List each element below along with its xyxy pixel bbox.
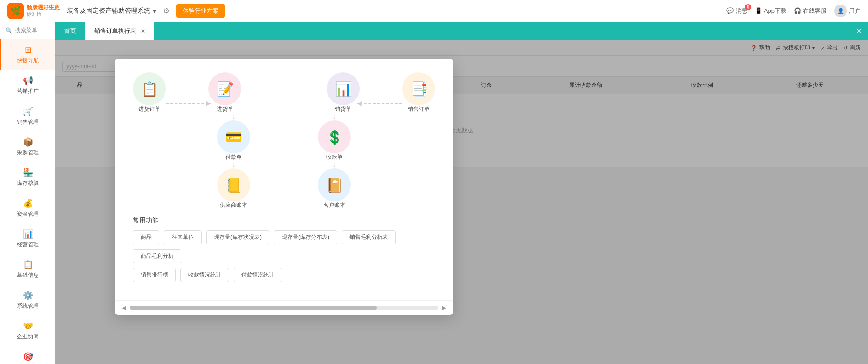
sidebar: 🔍 搜索菜单 ⊞ 快捷导航 📢 营销推广 🛒 销售管理 📦 采购管理 🏪 库存核… xyxy=(0,22,55,364)
sidebar-label-sales: 销售管理 xyxy=(17,118,39,126)
payment-out-circle: 💳 xyxy=(217,120,250,153)
sales-bill-label: 销货单 xyxy=(335,105,351,113)
scroll-right-arrow[interactable]: ▶ xyxy=(442,304,446,311)
btn-stock-distribution[interactable]: 现存量(库存分布表) xyxy=(274,230,337,244)
sidebar-item-newbie[interactable]: 🎯 新手引导 xyxy=(0,346,55,364)
logo-text: 畅康通好生意 标准版 xyxy=(27,4,60,18)
sidebar-search-label: 搜索菜单 xyxy=(15,27,37,34)
flow-node-purchase-bill: 📝 进货单 xyxy=(208,72,241,113)
btn-payment-stats[interactable]: 付款情况统计 xyxy=(234,268,282,282)
user-label: 用户 xyxy=(849,7,861,15)
payment-out-label: 付款单 xyxy=(225,153,242,161)
purchase-order-label: 进货订单 xyxy=(138,105,160,113)
customer-ledger-label: 客户账本 xyxy=(323,201,345,209)
common-functions-title: 常用功能 xyxy=(133,217,435,225)
search-icon: 🔍 xyxy=(5,27,12,34)
modal: 📋 进货订单 ▶ xyxy=(115,59,453,315)
receipt-label: 收款单 xyxy=(326,153,343,161)
modal-content: 📋 进货订单 ▶ xyxy=(115,59,453,300)
sidebar-label-operations: 经营管理 xyxy=(17,241,39,249)
btn-stock-status[interactable]: 现存量(库存状况表) xyxy=(206,230,269,244)
content-area: ❓ 帮助 🖨 按模板打印 ▾ ↗ 导出 ↺ 刷新 xyxy=(55,40,868,364)
tab-bar: 首页 销售订单执行表 ✕ ✕ xyxy=(55,22,868,40)
btn-partners[interactable]: 往来单位 xyxy=(164,230,202,244)
flow-node-purchase-order: 📋 进货订单 xyxy=(133,72,166,113)
tab-sales-order[interactable]: 销售订单执行表 ✕ xyxy=(85,22,154,40)
sidebar-label-quick: 快捷导航 xyxy=(17,57,39,65)
btn-sales-rank[interactable]: 销售排行榜 xyxy=(133,268,176,282)
sales-icon: 🛒 xyxy=(23,106,33,116)
tab-global-close[interactable]: ✕ xyxy=(850,22,868,40)
logo-icon: 🌿 xyxy=(7,3,24,19)
s4 xyxy=(360,161,385,168)
flow-node-supplier-ledger: 📒 供应商账本 xyxy=(217,168,250,209)
spacer-left xyxy=(133,113,183,120)
common-btns-row2: 销售排行榜 收款情况统计 付款情况统计 xyxy=(133,268,435,282)
message-btn[interactable]: 💬 消息 6 xyxy=(726,7,748,15)
flow-node-payment-out: 💳 付款单 xyxy=(217,120,250,161)
s5 xyxy=(385,161,435,168)
arrow-sales: ◀ xyxy=(360,103,402,104)
system-icon: ⚙️ xyxy=(23,290,33,300)
collab-icon: 🤝 xyxy=(23,321,33,331)
app-label: App下载 xyxy=(764,7,786,15)
sidebar-item-quick[interactable]: ⊞ 快捷导航 xyxy=(0,39,55,70)
sidebar-item-sales[interactable]: 🛒 销售管理 xyxy=(0,101,55,131)
scrollbar-track[interactable] xyxy=(130,306,438,310)
scrollbar-thumb xyxy=(130,306,377,310)
sidebar-item-operations[interactable]: 📊 经营管理 xyxy=(0,223,55,254)
tab-home[interactable]: 首页 xyxy=(55,22,85,40)
btn-collection-stats[interactable]: 收款情况统计 xyxy=(180,268,229,282)
quick-icon: ⊞ xyxy=(25,45,32,55)
arrow-purchase: ▶ xyxy=(166,103,208,104)
btn-goods-gross[interactable]: 商品毛利分析 xyxy=(133,249,181,263)
sidebar-item-basic[interactable]: 📋 基础信息 xyxy=(0,254,55,285)
s1 xyxy=(133,161,183,168)
purchase-bill-circle: 📝 xyxy=(208,72,241,105)
header: 🌿 畅康通好生意 标准版 装备及固定资产辅助管理系统 ▾ ⚙ 体验行业方案 💬 … xyxy=(0,0,868,22)
user-btn[interactable]: 👤 用户 xyxy=(834,5,861,17)
supplier-ledger-circle: 📒 xyxy=(217,168,250,201)
system-dropdown[interactable]: ▾ xyxy=(153,7,156,15)
tab-close-icon[interactable]: ✕ xyxy=(141,28,145,34)
app-icon: 📱 xyxy=(755,7,762,14)
operations-icon: 📊 xyxy=(23,229,33,239)
sidebar-item-marketing[interactable]: 📢 营销推广 xyxy=(0,70,55,101)
basic-icon: 📋 xyxy=(23,260,33,270)
arrow-down-payment: ↓ xyxy=(208,113,259,120)
system-title-area: 装备及固定资产辅助管理系统 ▾ ⚙ 体验行业方案 xyxy=(67,4,726,18)
common-functions-section: 常用功能 商品 往来单位 现存量(库存状况表) 现存量(库存分布表) 销售毛利分… xyxy=(133,217,435,282)
flow-node-customer-ledger: 📔 客户账本 xyxy=(318,168,351,209)
modal-overlay[interactable]: 📋 进货订单 ▶ xyxy=(55,40,868,364)
sidebar-item-purchase[interactable]: 📦 采购管理 xyxy=(0,131,55,162)
sidebar-item-system[interactable]: ⚙️ 系统管理 xyxy=(0,285,55,315)
sidebar-item-collab[interactable]: 🤝 企业协同 xyxy=(0,315,55,346)
arrow-down-customer: ↓ xyxy=(309,161,360,168)
btn-goods[interactable]: 商品 xyxy=(133,230,159,244)
avatar: 👤 xyxy=(834,5,847,17)
sidebar-label-marketing: 营销推广 xyxy=(17,87,39,95)
arrow-down-supplier: ↓ xyxy=(208,161,259,168)
spacer-right xyxy=(385,113,435,120)
sidebar-item-finance[interactable]: 💰 资金管理 xyxy=(0,193,55,223)
try-btn[interactable]: 体验行业方案 xyxy=(176,4,225,18)
s2 xyxy=(183,161,208,168)
sidebar-item-inventory[interactable]: 🏪 库存核算 xyxy=(0,162,55,193)
settings-icon[interactable]: ⚙ xyxy=(160,5,173,17)
scroll-left-arrow[interactable]: ◀ xyxy=(122,304,126,311)
app-download-btn[interactable]: 📱 App下载 xyxy=(755,7,786,15)
purchase-order-circle: 📋 xyxy=(133,72,166,105)
btn-sales-gross[interactable]: 销售毛利分析表 xyxy=(342,230,396,244)
sidebar-label-purchase: 采购管理 xyxy=(17,149,39,157)
header-right: 💬 消息 6 📱 App下载 🎧 在线客服 👤 用户 xyxy=(726,5,861,17)
spacer-arrow1 xyxy=(183,113,208,120)
sidebar-search[interactable]: 🔍 搜索菜单 xyxy=(0,22,55,39)
layout: 🔍 搜索菜单 ⊞ 快捷导航 📢 营销推广 🛒 销售管理 📦 采购管理 🏪 库存核… xyxy=(0,22,868,364)
purchase-icon: 📦 xyxy=(23,137,33,147)
sidebar-label-system: 系统管理 xyxy=(17,302,39,310)
finance-icon: 💰 xyxy=(23,198,33,208)
common-btns-row1: 商品 往来单位 现存量(库存状况表) 现存量(库存分布表) 销售毛利分析表 商品… xyxy=(133,230,435,263)
tabs-spacer xyxy=(154,22,850,40)
service-btn[interactable]: 🎧 在线客服 xyxy=(794,7,827,15)
flow-node-sales-bill: 📊 销货单 xyxy=(327,72,360,113)
